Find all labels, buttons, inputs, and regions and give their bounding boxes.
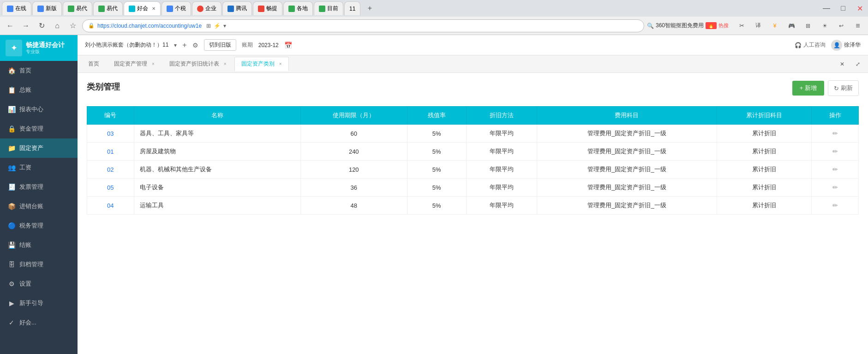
sidebar-label-settings: 设置 — [19, 280, 31, 288]
add-account-icon[interactable]: + — [182, 41, 186, 49]
cell-rate-4: 5% — [407, 197, 466, 215]
closing-icon: 💾 — [7, 241, 16, 249]
cell-name-1: 房屋及建筑物 — [134, 143, 300, 161]
bookmark-button[interactable]: ☆ — [66, 19, 79, 32]
browser-tab-9[interactable]: 各地 — [283, 1, 313, 15]
browser-tab-1[interactable]: 新版 — [32, 1, 62, 15]
tab-asset-category[interactable]: 固定资产类别 × — [234, 57, 289, 71]
tax-icon: 🔵 — [7, 222, 16, 230]
switch-to-old-button[interactable]: 切到旧版 — [204, 39, 236, 51]
edit-icon-2[interactable]: ✏ — [832, 166, 838, 173]
panel-expand-button[interactable]: ⤢ — [851, 58, 864, 71]
cell-accum-0: 累计折旧 — [717, 125, 811, 143]
browser-tab-6[interactable]: 企业 — [192, 1, 221, 15]
add-button[interactable]: + 新增 — [792, 81, 824, 96]
browser-tab-10[interactable]: 目前 — [314, 1, 343, 15]
edit-icon-3[interactable]: ✏ — [832, 184, 838, 191]
cell-expense-4: 管理费用_固定资产折旧_一级 — [537, 197, 717, 215]
tab-close-4[interactable]: ✕ — [152, 6, 156, 11]
browser-tab-5[interactable]: 个税 — [162, 1, 191, 15]
cell-method-4: 年限平均 — [466, 197, 537, 215]
undo-button[interactable]: ↩ — [835, 19, 848, 32]
browser-tab-11[interactable]: 11 — [344, 1, 360, 15]
edit-icon-0[interactable]: ✏ — [832, 130, 838, 137]
cell-expense-2: 管理费用_固定资产折旧_一级 — [537, 161, 717, 179]
reports-icon: 📊 — [7, 105, 16, 114]
cell-accum-2: 累计折旧 — [717, 161, 811, 179]
url-dropdown-icon[interactable]: ⊞ — [206, 23, 211, 29]
period-value: 2023-12 — [258, 42, 279, 48]
sidebar-item-other[interactable]: ✓ 好会... — [0, 313, 78, 332]
browser-tab-4[interactable]: 好会 ✕ — [124, 1, 161, 15]
sidebar-label-inventory: 进销台账 — [19, 202, 43, 210]
sidebar-item-invoice[interactable]: 🧾 发票管理 — [0, 177, 78, 197]
sidebar-item-inventory[interactable]: 📦 进销台账 — [0, 197, 78, 216]
maximize-button[interactable]: □ — [837, 2, 850, 15]
sidebar-logo: ✦ 畅捷通好会计 专业版 — [0, 35, 78, 61]
dropdown-icon[interactable]: ▾ — [174, 42, 177, 48]
support-link[interactable]: 🎧 人工咨询 — [795, 41, 826, 49]
sidebar-item-settings[interactable]: ⚙ 设置 — [0, 274, 78, 294]
page-title: 类别管理 — [87, 81, 120, 92]
edit-icon-4[interactable]: ✏ — [832, 202, 838, 209]
cell-name-0: 器具、工具、家具等 — [134, 125, 300, 143]
wallet-button[interactable]: ¥ — [768, 19, 781, 32]
browser-tab-8[interactable]: 畅提 — [253, 1, 282, 15]
game-button[interactable]: 🎮 — [785, 19, 798, 32]
edit-icon-1[interactable]: ✏ — [832, 148, 838, 155]
cell-method-0: 年限平均 — [466, 125, 537, 143]
funds-icon: 🔒 — [7, 125, 16, 133]
sidebar-item-archive[interactable]: 🗄 归档管理 — [0, 255, 78, 274]
forward-button[interactable]: → — [19, 19, 32, 32]
translate-button[interactable]: 译 — [752, 19, 765, 32]
tab-home[interactable]: 首页 — [81, 57, 106, 71]
minimize-button[interactable]: — — [820, 2, 833, 15]
browser-tab-2[interactable]: 易代 — [63, 1, 92, 15]
home-button[interactable]: ⌂ — [51, 19, 64, 32]
sidebar-item-reports[interactable]: 📊 报表中心 — [0, 100, 78, 119]
browser-tab-0[interactable]: 在线 — [2, 1, 31, 15]
table-body: 03 器具、工具、家具等 60 5% 年限平均 管理费用_固定资产折旧_一级 累… — [87, 125, 859, 215]
browser-tab-3[interactable]: 易代 — [93, 1, 123, 15]
tab-depreciation-table[interactable]: 固定资产折旧统计表 × — [162, 57, 233, 71]
cell-action-1: ✏ — [812, 143, 859, 161]
scissors-button[interactable]: ✂ — [735, 19, 748, 32]
search-area[interactable]: 🔍 360智能抠图免费用 🔥 热搜 — [647, 22, 729, 30]
sidebar-item-funds[interactable]: 🔒 资金管理 — [0, 119, 78, 138]
brightness-button[interactable]: ☀ — [818, 19, 831, 32]
refresh-button[interactable]: ↻ — [35, 19, 48, 32]
grid-button[interactable]: ⊞ — [802, 19, 814, 32]
sidebar-label-fixed-assets: 固定资产 — [19, 144, 43, 152]
sidebar-item-payroll[interactable]: 👥 工资 — [0, 158, 78, 177]
cell-code-0: 03 — [87, 125, 134, 143]
cell-rate-2: 5% — [407, 161, 466, 179]
sidebar-item-ledger[interactable]: 📋 总账 — [0, 80, 78, 100]
close-window-button[interactable]: ✕ — [853, 2, 866, 15]
cell-method-1: 年限平均 — [466, 143, 537, 161]
url-text: https://cloud.chanjet.com/accounting/uw1… — [97, 23, 202, 29]
user-avatar[interactable]: 👤 徐泽华 — [831, 40, 861, 51]
new-tab-button[interactable]: + — [363, 2, 376, 15]
calendar-icon[interactable]: 📅 — [284, 42, 292, 49]
sidebar-item-fixed-assets[interactable]: 📁 固定资产 — [0, 138, 78, 158]
cell-action-3: ✏ — [812, 179, 859, 197]
sidebar-item-guide[interactable]: ▶ 新手引导 — [0, 294, 78, 313]
browser-tab-7[interactable]: 腾讯 — [222, 1, 252, 15]
table-row: 03 器具、工具、家具等 60 5% 年限平均 管理费用_固定资产折旧_一级 累… — [87, 125, 859, 143]
tab-bar: 在线 新版 易代 易代 好会 ✕ 个税 企业 腾讯 — [0, 0, 868, 17]
back-button[interactable]: ← — [4, 19, 17, 32]
settings-gear-icon[interactable]: ⚙ — [192, 42, 198, 49]
tab-fixed-asset-mgmt[interactable]: 固定资产管理 × — [107, 57, 162, 71]
cell-accum-3: 累计折旧 — [717, 179, 811, 197]
tab-close-depreciation-table[interactable]: × — [224, 61, 227, 66]
tab-close-fixed-asset-mgmt[interactable]: × — [152, 61, 155, 66]
sidebar-item-tax[interactable]: 🔵 税务管理 — [0, 216, 78, 235]
sidebar-item-home[interactable]: 🏠 首页 — [0, 61, 78, 80]
menu-button[interactable]: ≡ — [851, 19, 864, 32]
url-expand-icon[interactable]: ▾ — [223, 23, 226, 29]
refresh-btn[interactable]: ↻ 刷新 — [828, 80, 859, 96]
panel-close-button[interactable]: ✕ — [836, 58, 849, 71]
sidebar-item-closing[interactable]: 💾 结账 — [0, 235, 78, 255]
url-bar[interactable]: 🔒 https://cloud.chanjet.com/accounting/u… — [82, 19, 644, 32]
tab-close-asset-category[interactable]: × — [279, 61, 282, 66]
